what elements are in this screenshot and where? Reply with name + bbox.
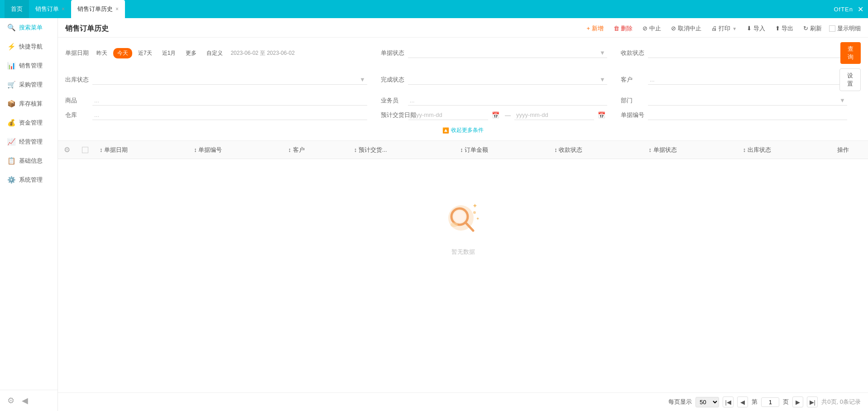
sidebar-item-quick-nav-label: 快捷导航 (19, 43, 43, 51)
filter-dept-select[interactable]: ▼ (648, 96, 847, 106)
sidebar-item-basic-info[interactable]: 📋 基础信息 (0, 151, 58, 170)
filter-goods-label: 商品 (65, 97, 92, 105)
filter-row-3: 商品 ... 业务员 ... 部门 ▼ (65, 96, 861, 106)
sidebar-item-search-menu[interactable]: 🔍 搜索菜单 (0, 18, 58, 37)
refresh-button[interactable]: ↻ 刷新 (801, 23, 825, 34)
page-prev-button[interactable]: ◀ (737, 396, 748, 407)
tab-sales-order-close[interactable]: × (62, 6, 65, 12)
tab-home-label: 首页 (11, 5, 23, 13)
th-delivery: ↕ 预计交货... (349, 141, 455, 159)
sidebar-settings-icon[interactable]: ⚙ (7, 396, 14, 406)
date-btn-today[interactable]: 今天 (113, 48, 132, 58)
export-button[interactable]: ⬆ 导出 (772, 23, 796, 34)
table-gear-icon[interactable]: ⚙ (63, 145, 71, 154)
date-btn-custom[interactable]: 自定义 (202, 48, 227, 58)
query-button[interactable]: 查询 (840, 42, 861, 64)
sidebar-item-capital-mgmt[interactable]: 💰 资金管理 (0, 113, 58, 132)
tab-sales-order-history[interactable]: 销售订单历史 × (71, 0, 125, 18)
svg-point-2 (454, 211, 465, 222)
inventory-icon: 📦 (7, 100, 15, 108)
out-status-chevron-icon: ▼ (360, 76, 365, 83)
settings-button[interactable]: 设置 (839, 68, 861, 91)
topbar-close-icon[interactable]: ✕ (858, 5, 863, 14)
new-button[interactable]: + 新增 (584, 23, 606, 34)
delivery-date-start[interactable] (408, 110, 488, 120)
page-number-input[interactable] (761, 397, 779, 407)
filter-goods-input[interactable]: ... (92, 96, 367, 106)
table-body: ✦ ✦ 暂无数据 (58, 159, 868, 293)
tab-home[interactable]: 首页 (5, 0, 29, 18)
tab-sales-order-history-label: 销售订单历史 (77, 5, 113, 13)
delivery-date-start-calendar-icon[interactable]: 📅 (492, 111, 499, 119)
sidebar-item-operation-mgmt[interactable]: 📈 经营管理 (0, 132, 58, 151)
filter-out-status-item: 出库状态 ▼ (65, 75, 367, 85)
filter-complete-label: 完成状态 (381, 76, 408, 84)
print-button[interactable]: 🖨 打印 ▼ (709, 23, 740, 34)
filter-row-4: 仓库 ... 预计交货日期 📅 — 📅 (65, 110, 861, 120)
date-btn-1month[interactable]: 近1月 (158, 48, 180, 58)
th-doc-status: ↕ 单据状态 (643, 141, 738, 159)
sidebar-collapse-icon[interactable]: ◀ (22, 396, 28, 406)
page-jump-label: 第 (752, 398, 758, 406)
filter-payment-select[interactable]: ▼ (648, 48, 847, 58)
svg-text:✦: ✦ (476, 216, 480, 221)
table-header: ⚙ ↕ 单据日期 ↕ 单据编号 (58, 141, 868, 159)
cancel-stop-button[interactable]: ⊘ 取消中止 (668, 23, 704, 34)
sidebar-item-purchase-mgmt[interactable]: 🛒 采购管理 (0, 75, 58, 94)
stop-button[interactable]: ⊘ 中止 (640, 23, 664, 34)
table-select-all-checkbox[interactable] (82, 147, 89, 153)
display-toggle[interactable]: 显示明细 (829, 24, 861, 33)
filter-goods-item: 商品 ... (65, 96, 367, 106)
import-button[interactable]: ⬇ 导入 (744, 23, 768, 34)
filter-warehouse-input[interactable]: ... (92, 110, 367, 120)
dept-chevron-icon: ▼ (839, 97, 845, 104)
filter-date-label: 单据日期 (65, 49, 92, 57)
page-size-select[interactable]: 10 20 50 100 (695, 397, 719, 407)
filter-salesperson-placeholder: ... (410, 97, 415, 104)
page-next-button[interactable]: ▶ (792, 396, 803, 407)
th-customer: ↕ 客户 (283, 141, 348, 159)
delete-button[interactable]: 🗑 删除 (611, 23, 636, 34)
sidebar-item-system-mgmt[interactable]: ⚙️ 系统管理 (0, 170, 58, 189)
date-range-display: 2023-06-02 至 2023-06-02 (230, 49, 294, 57)
sidebar-item-sales-mgmt[interactable]: 📊 销售管理 (0, 56, 58, 75)
filter-complete-select[interactable]: ▼ (408, 75, 607, 85)
page-first-button[interactable]: |◀ (723, 396, 734, 407)
filter-status-select[interactable]: ▼ (408, 48, 607, 58)
filter-salesperson-input[interactable]: ... (408, 96, 607, 106)
filter-customer-input[interactable]: ... (648, 75, 847, 85)
filter-date-item: 单据日期 昨天 今天 近7天 近1月 更多 自定义 2023-06-02 至 2… (65, 48, 367, 58)
collapse-up-icon: 🔼 (442, 127, 449, 134)
th-date-label: ↕ 单据日期 (100, 146, 128, 153)
tab-sales-order[interactable]: 销售订单 × (29, 0, 71, 18)
svg-point-6 (473, 211, 476, 214)
sidebar-item-quick-nav[interactable]: ⚡ 快捷导航 (0, 37, 58, 56)
print-chevron-icon: ▼ (732, 26, 737, 31)
main-layout: 🔍 搜索菜单 ⚡ 快捷导航 📊 销售管理 🛒 采购管理 📦 库存核算 💰 资金管… (0, 18, 868, 411)
sidebar-item-inventory[interactable]: 📦 库存核算 (0, 94, 58, 113)
tab-sales-order-history-close[interactable]: × (115, 6, 119, 12)
sidebar-item-basic-info-label: 基础信息 (19, 157, 43, 165)
th-doc-status-label: ↕ 单据状态 (649, 146, 677, 153)
filter-payment-item: 收款状态 ▼ (621, 48, 847, 58)
page-last-button[interactable]: ▶| (807, 396, 818, 407)
toolbar: + 新增 🗑 删除 ⊘ 中止 ⊘ 取消中止 🖨 打印 ▼ ⬇ 导入 ⬆ 导出 ↻… (584, 23, 861, 34)
sidebar: 🔍 搜索菜单 ⚡ 快捷导航 📊 销售管理 🛒 采购管理 📦 库存核算 💰 资金管… (0, 18, 58, 411)
sidebar-item-search-menu-label: 搜索菜单 (19, 24, 43, 32)
delivery-date-end[interactable] (514, 110, 594, 120)
display-toggle-checkbox[interactable] (829, 25, 835, 32)
filter-row-1: 单据日期 昨天 今天 近7天 近1月 更多 自定义 2023-06-02 至 2… (65, 42, 861, 64)
th-payment-status: ↕ 收款状态 (549, 141, 643, 159)
delivery-date-end-calendar-icon[interactable]: 📅 (598, 111, 605, 119)
filter-out-status-select[interactable]: ▼ (92, 75, 367, 85)
collapse-row[interactable]: 🔼 收起更多条件 (65, 125, 861, 136)
date-btn-7days[interactable]: 近7天 (134, 48, 156, 58)
filter-docnumber-input[interactable] (648, 110, 847, 120)
date-btn-yesterday[interactable]: 昨天 (92, 48, 111, 58)
empty-text: 暂无数据 (451, 248, 475, 256)
date-btn-more[interactable]: 更多 (182, 48, 201, 58)
filter-customer-label: 客户 (621, 76, 648, 84)
th-number: ↕ 单据编号 (188, 141, 283, 159)
complete-chevron-icon: ▼ (599, 76, 605, 83)
filter-warehouse-label: 仓库 (65, 111, 92, 119)
